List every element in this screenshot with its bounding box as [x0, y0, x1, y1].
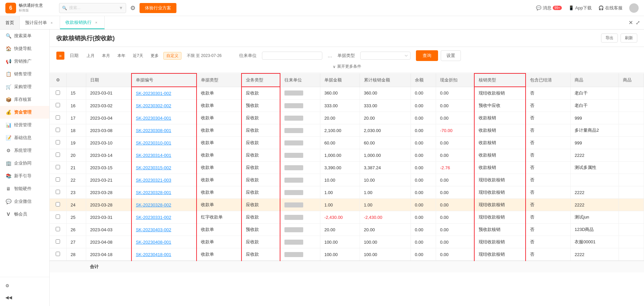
online-support-button[interactable]: 🎧 在线客服: [598, 5, 623, 11]
th-biz-type[interactable]: 业务类型: [241, 73, 280, 87]
row-checkbox[interactable]: [56, 252, 60, 256]
th-product2[interactable]: 商品: [619, 73, 644, 87]
query-button[interactable]: 查询: [416, 50, 438, 61]
th-balance[interactable]: 余额: [411, 73, 436, 87]
sidebar-item-search-menu[interactable]: 🔍 搜索菜单: [0, 29, 49, 42]
td-checkbox[interactable]: [50, 149, 66, 162]
td-doc-no[interactable]: SK-20230301-002: [131, 87, 197, 100]
row-checkbox[interactable]: [56, 190, 60, 194]
sidebar-item-finance[interactable]: 💰 资金管理: [0, 106, 49, 119]
tab-receipt-close[interactable]: ×: [94, 20, 99, 25]
sidebar-item-wechat[interactable]: 💬 企业微信: [0, 195, 49, 208]
td-doc-no[interactable]: SK-20230418-001: [131, 248, 197, 261]
td-doc-no[interactable]: SK-20230321-003: [131, 174, 197, 186]
tab-prepay[interactable]: 预计应付单 ×: [20, 16, 60, 29]
td-doc-no-link[interactable]: SK-20230328-001: [136, 190, 171, 195]
td-checkbox[interactable]: [50, 137, 66, 149]
filter-expand-button[interactable]: »: [56, 52, 64, 60]
user-avatar[interactable]: [629, 3, 639, 13]
td-checkbox[interactable]: [50, 112, 66, 124]
th-amount[interactable]: 单据金额: [320, 73, 360, 87]
th-settings[interactable]: ⚙: [50, 73, 66, 87]
tab-close-window-icon[interactable]: ✕: [629, 19, 633, 26]
date-option-this-month[interactable]: 本月: [99, 52, 113, 59]
row-checkbox[interactable]: [56, 239, 60, 244]
expand-more-button[interactable]: ∨ 展开更多条件: [56, 64, 637, 69]
td-checkbox[interactable]: [50, 162, 66, 174]
date-option-last-month[interactable]: 上月: [84, 52, 97, 59]
td-doc-no-link[interactable]: SK-20230418-001: [136, 252, 171, 257]
sidebar-item-vip[interactable]: V 畅会员: [0, 208, 49, 221]
sidebar-item-sales[interactable]: 📋 销售管理: [0, 68, 49, 80]
td-doc-no-link[interactable]: SK-20230403-002: [136, 227, 171, 232]
td-checkbox[interactable]: [50, 211, 66, 224]
row-checkbox[interactable]: [56, 177, 60, 182]
td-checkbox[interactable]: [50, 124, 66, 137]
td-checkbox[interactable]: [50, 224, 66, 236]
vendor-filter-input[interactable]: [262, 52, 322, 60]
row-checkbox[interactable]: [56, 90, 60, 95]
td-doc-no[interactable]: SK-20230310-001: [131, 137, 197, 149]
tab-receipt[interactable]: 收款核销执行 ×: [60, 16, 105, 29]
td-doc-no[interactable]: SK-20230314-001: [131, 149, 197, 162]
sidebar-settings[interactable]: ⚙: [0, 280, 49, 292]
filter-dots[interactable]: ...: [328, 53, 332, 59]
sidebar-item-inventory[interactable]: 📦 库存核算: [0, 93, 49, 106]
td-doc-no-link[interactable]: SK-20230302-002: [136, 103, 171, 108]
gear-icon[interactable]: ⚙: [130, 4, 136, 12]
messages-button[interactable]: 💬 消息 99+: [536, 5, 562, 11]
sidebar-item-quick-nav[interactable]: 🏠 快捷导航: [0, 42, 49, 55]
td-checkbox[interactable]: [50, 100, 66, 112]
tab-maximize-icon[interactable]: ⤢: [636, 19, 640, 26]
sidebar-item-operation[interactable]: 📊 经营管理: [0, 119, 49, 131]
tab-home[interactable]: 首页: [0, 16, 20, 29]
th-cumulative[interactable]: 累计核销金额: [360, 73, 411, 87]
th-cash-discount[interactable]: 现金折扣: [436, 73, 474, 87]
sidebar-item-smart-hw[interactable]: 🖥 智能硬件: [0, 182, 49, 195]
refresh-button[interactable]: 刷新: [621, 34, 637, 43]
td-doc-no[interactable]: SK-20230331-002: [131, 211, 197, 224]
export-button[interactable]: 导出: [601, 34, 618, 43]
td-doc-no-link[interactable]: SK-20230308-001: [136, 128, 171, 133]
sidebar-item-marketing[interactable]: 📢 营销推广: [0, 55, 49, 68]
tab-prepay-close[interactable]: ×: [49, 20, 54, 25]
td-doc-no[interactable]: SK-20230403-002: [131, 224, 197, 236]
th-product[interactable]: 商品: [571, 73, 619, 87]
td-doc-no-link[interactable]: SK-20230331-002: [136, 215, 171, 220]
td-doc-no[interactable]: SK-20230408-001: [131, 236, 197, 248]
table-container[interactable]: ⚙ 日期 单据编号 单据类型 业务类型 往来单位 单据金额 累计核销金额 余额 …: [50, 73, 644, 306]
td-doc-no[interactable]: SK-20230304-001: [131, 112, 197, 124]
sidebar-item-enterprise[interactable]: 🏢 企业协同: [0, 157, 49, 170]
td-checkbox[interactable]: [50, 186, 66, 199]
td-doc-no-link[interactable]: SK-20230321-003: [136, 178, 171, 183]
row-checkbox[interactable]: [56, 165, 60, 169]
th-verify-type[interactable]: 核销类型: [474, 73, 526, 87]
header-search-box[interactable]: 🔍 搜索... ▼: [59, 3, 126, 13]
th-include-settled[interactable]: 包含已结清: [526, 73, 571, 87]
industry-solution-button[interactable]: 体验行业方案: [140, 3, 176, 13]
header-dropdown-icon[interactable]: ▼: [119, 5, 123, 10]
row-checkbox[interactable]: [56, 227, 60, 231]
row-checkbox[interactable]: [56, 115, 60, 120]
td-checkbox[interactable]: [50, 87, 66, 100]
td-doc-no[interactable]: SK-20230315-002: [131, 162, 197, 174]
row-checkbox[interactable]: [56, 215, 60, 219]
td-doc-no[interactable]: SK-20230328-002: [131, 199, 197, 211]
sidebar-item-purchase[interactable]: 🛒 采购管理: [0, 80, 49, 93]
th-doc-no[interactable]: 单据编号: [131, 73, 197, 87]
doc-type-filter-select[interactable]: [360, 52, 411, 60]
date-option-this-year[interactable]: 本年: [115, 52, 128, 59]
th-doc-type[interactable]: 单据类型: [197, 73, 241, 87]
td-doc-no-link[interactable]: SK-20230310-001: [136, 140, 171, 145]
date-option-more[interactable]: 更多: [148, 52, 161, 59]
settings-button[interactable]: 设置: [441, 50, 461, 61]
td-doc-no-link[interactable]: SK-20230328-002: [136, 202, 171, 207]
td-doc-no-link[interactable]: SK-20230301-002: [136, 91, 171, 96]
sidebar-item-guide[interactable]: 📚 新手引导: [0, 170, 49, 182]
app-download-button[interactable]: 📱 App下载: [569, 5, 592, 11]
td-doc-no-link[interactable]: SK-20230408-001: [136, 240, 171, 245]
td-checkbox[interactable]: [50, 236, 66, 248]
td-doc-no-link[interactable]: SK-20230314-001: [136, 153, 171, 158]
row-checkbox[interactable]: [56, 128, 60, 132]
td-doc-no[interactable]: SK-20230308-001: [131, 124, 197, 137]
